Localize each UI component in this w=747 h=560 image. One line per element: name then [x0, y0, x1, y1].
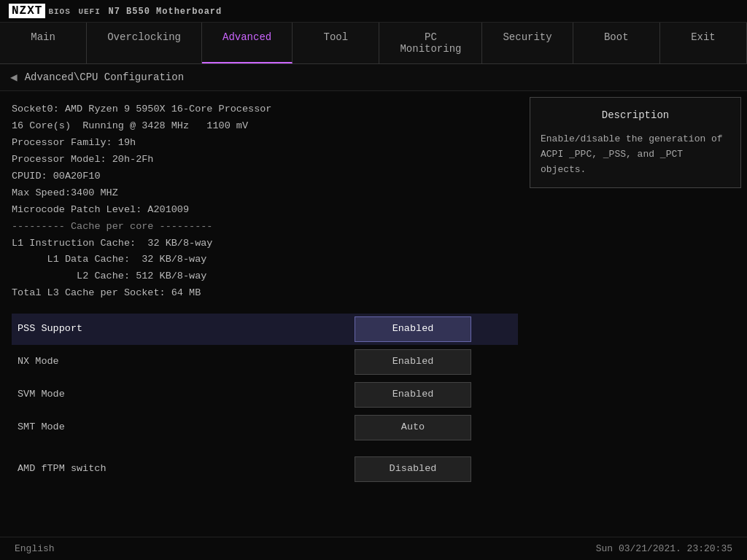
setting-label-nx-mode: NX Mode [12, 350, 355, 374]
cache-divider: --------- Cache per core --------- [12, 219, 518, 236]
breadcrumb-back-icon[interactable]: ◀ [10, 70, 18, 85]
cpu-line-6: Max Speed:3400 MHZ [12, 185, 518, 202]
setting-label-pss-support: PSS Support [12, 317, 355, 341]
setting-value-smt-mode[interactable]: Auto [355, 415, 471, 440]
description-title: Description [541, 108, 730, 123]
description-text: Enable/disable the generation of ACPI _P… [541, 132, 730, 177]
logo: NZXTBIOS UEFI N7 B550 Motherboard [9, 4, 222, 18]
cpu-line-3: Processor Family: 19h [12, 135, 518, 152]
cpu-line-7: Microcode Patch Level: A201009 [12, 202, 518, 219]
cpu-line-4: Processor Model: 20h-2Fh [12, 152, 518, 168]
cpu-line-1: Socket0: AMD Ryzen 9 5950X 16-Core Proce… [12, 101, 518, 118]
nav-item-exit[interactable]: Exit [660, 23, 747, 63]
cpu-line-12: Total L3 Cache per Socket: 64 MB [12, 285, 518, 302]
nav-item-tool[interactable]: Tool [293, 23, 379, 63]
cpu-line-10: L1 Data Cache: 32 KB/8-way [12, 252, 518, 268]
setting-value-svm-mode[interactable]: Enabled [355, 382, 471, 408]
setting-row-pss-support: PSS SupportEnabled [12, 314, 518, 345]
setting-row-nx-mode: NX ModeEnabled [12, 346, 518, 378]
cpu-line-2: 16 Core(s) Running @ 3428 MHz 1100 mV [12, 118, 518, 135]
setting-label-smt-mode: SMT Mode [12, 416, 355, 440]
nav-item-main[interactable]: Main [0, 23, 87, 63]
setting-value-nx-mode[interactable]: Enabled [355, 349, 471, 375]
cpu-line-11: L2 Cache: 512 KB/8-way [12, 268, 518, 285]
brand-name: NZXT [9, 4, 45, 18]
cpu-line-9: L1 Instruction Cache: 32 KB/8-way [12, 236, 518, 252]
main-content: Socket0: AMD Ryzen 9 5950X 16-Core Proce… [0, 91, 747, 532]
nav-item-boot[interactable]: Boot [573, 23, 660, 63]
ftpm-value[interactable]: Disabled [355, 456, 471, 482]
footer-language: English [15, 543, 55, 554]
settings-list: PSS SupportEnabledNX ModeEnabledSVM Mode… [12, 314, 518, 443]
nav-item-advanced[interactable]: Advanced [202, 23, 293, 63]
uefi-label: UEFI [78, 7, 100, 16]
board-name: N7 B550 Motherboard [108, 7, 222, 17]
navigation-menu: MainOverclockingAdvancedToolPC Monitorin… [0, 23, 747, 64]
setting-label-svm-mode: SVM Mode [12, 383, 355, 407]
bios-label: BIOS [48, 7, 70, 16]
left-panel: Socket0: AMD Ryzen 9 5950X 16-Core Proce… [0, 91, 530, 532]
setting-value-pss-support[interactable]: Enabled [355, 316, 471, 342]
nav-item-overclocking[interactable]: Overclocking [87, 23, 202, 63]
cpu-line-5: CPUID: 00A20F10 [12, 168, 518, 185]
ftpm-label: AMD fTPM switch [12, 457, 355, 481]
ftpm-row: AMD fTPM switch Disabled [12, 454, 518, 485]
breadcrumb: ◀ Advanced\CPU Configuration [0, 64, 747, 91]
cpu-info-section: Socket0: AMD Ryzen 9 5950X 16-Core Proce… [12, 101, 518, 302]
footer-datetime: Sun 03/21/2021. 23:20:35 [596, 543, 732, 554]
nav-item-security[interactable]: Security [482, 23, 573, 63]
setting-row-smt-mode: SMT ModeAuto [12, 412, 518, 443]
setting-row-svm-mode: SVM ModeEnabled [12, 379, 518, 411]
header-bar: NZXTBIOS UEFI N7 B550 Motherboard [0, 0, 747, 23]
breadcrumb-path: Advanced\CPU Configuration [25, 71, 184, 83]
description-panel: Description Enable/disable the generatio… [530, 97, 741, 188]
nav-item-pc-monitoring[interactable]: PC Monitoring [379, 23, 482, 63]
footer: English Sun 03/21/2021. 23:20:35 [0, 537, 747, 560]
